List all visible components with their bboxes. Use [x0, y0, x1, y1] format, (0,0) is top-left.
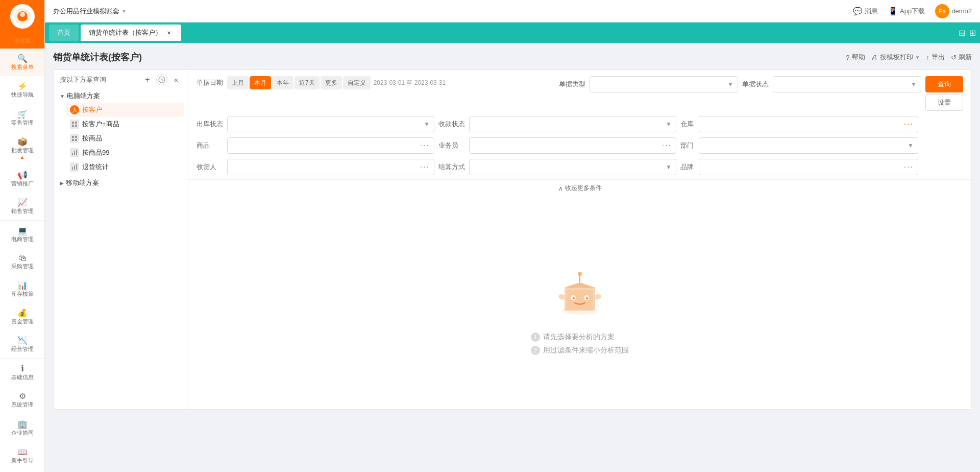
current-year-btn[interactable]: 本年 — [272, 76, 293, 89]
refresh-btn[interactable]: ↺ 刷新 — [951, 53, 972, 62]
last-7-days-btn[interactable]: 近7天 — [295, 76, 320, 89]
sidebar-item-retail[interactable]: 🛒 零售管理 — [0, 104, 44, 132]
svg-point-27 — [578, 272, 582, 276]
sidebar-item-procurement[interactable]: 🛍 采购管理 — [0, 248, 44, 275]
sidebar-item-sales[interactable]: 📈 销售管理 — [0, 193, 44, 220]
sidebar-item-ecommerce[interactable]: 💻 电商管理 — [0, 220, 44, 248]
right-panel: 单据日期 上月 本月 本年 近7天 更多 自定义 2023-03-01 至 20… — [188, 70, 971, 409]
print-dropdown-icon: ▼ — [915, 55, 920, 60]
sidebar-label-onboarding: 新手引导 — [11, 457, 34, 464]
sidebar-label-retail: 零售管理 — [11, 119, 34, 127]
sidebar-item-basic-info[interactable]: ℹ 基础信息 — [0, 358, 44, 386]
department-input[interactable]: ▼ — [699, 137, 918, 154]
sidebar-item-enterprise[interactable]: 🏢 企业协同 — [0, 414, 44, 442]
account-title: 办公用品行业模拟账套 — [53, 7, 119, 16]
edit-scheme-btn[interactable]: ✎ — [156, 74, 167, 85]
tree-child-by-goods[interactable]: 按商品 — [66, 131, 184, 146]
date-label: 单据日期 — [197, 78, 225, 87]
app-logo[interactable]: 畅捷通好生意 标准版 — [0, 0, 44, 49]
by-goods99-icon — [70, 148, 79, 157]
print-btn[interactable]: 🖨 按模板打印 ▼ — [871, 53, 920, 62]
sidebar-item-wholesale[interactable]: 📦 批发管理 ▲ — [0, 132, 44, 165]
collapse-bar[interactable]: ∧ 收起更多条件 — [197, 180, 963, 197]
query-button[interactable]: 查询 — [925, 76, 963, 92]
sidebar-item-inventory[interactable]: 📊 库存核算 — [0, 275, 44, 303]
collapse-scheme-btn[interactable]: « — [170, 74, 182, 85]
scheme-actions: + ✎ « — [142, 74, 182, 85]
page-content: 销货单统计表(按客户) ? 帮助 🖨 按模板打印 ▼ ↑ 导出 — [45, 43, 980, 472]
sidebar-label-finance: 资金管理 — [11, 318, 34, 325]
svg-rect-21 — [567, 290, 593, 308]
by-goods-label: 按商品 — [82, 134, 102, 143]
add-scheme-btn[interactable]: + — [142, 74, 153, 85]
tree-child-by-goods99[interactable]: 按商品99 — [66, 146, 184, 160]
more-date-btn[interactable]: 更多 — [321, 76, 342, 89]
messages-btn[interactable]: 💬 消息 — [853, 7, 878, 16]
doc-status-input[interactable]: ▼ — [773, 76, 921, 92]
app-download-btn[interactable]: 📱 App下载 — [888, 7, 925, 16]
tab-home[interactable]: 首页 — [49, 25, 79, 41]
current-month-btn[interactable]: 本月 — [250, 76, 271, 89]
goods-label: 商品 — [197, 141, 225, 150]
window-controls: ⊟ ⊞ — [959, 28, 976, 38]
step-1-text: 请先选择要分析的方案 — [543, 333, 615, 342]
tab-close-icon[interactable]: ✕ — [165, 29, 173, 37]
sidebar-item-marketing[interactable]: 📢 营销推广 — [0, 165, 44, 193]
sidebar-item-system[interactable]: ⚙ 系统管理 — [0, 386, 44, 414]
tree-arrow-desktop: ▼ — [60, 93, 65, 99]
settlement-input[interactable]: ▼ — [469, 159, 676, 175]
brand-input[interactable]: ··· — [699, 159, 918, 175]
tree-child-by-customer[interactable]: 人 按客户 — [66, 103, 184, 117]
onboarding-icon: 📖 — [17, 447, 28, 457]
out-status-label: 出库状态 — [197, 120, 225, 129]
goods-input[interactable]: ··· — [227, 137, 434, 154]
receiver-input[interactable]: ··· — [227, 159, 434, 175]
scheme-tree: ▼ 电脑端方案 人 按客户 — [54, 89, 188, 190]
print-icon: 🖨 — [871, 54, 878, 61]
receive-status-input[interactable]: ▼ — [469, 116, 676, 132]
sidebar-item-quick-nav[interactable]: ⚡ 快捷导航 — [0, 76, 44, 104]
sales-person-input[interactable]: ··· — [469, 137, 676, 154]
filter-row-1: 单据日期 上月 本月 本年 近7天 更多 自定义 2023-03-01 至 20… — [197, 76, 963, 111]
out-status-input[interactable]: ▼ — [227, 116, 434, 132]
custom-date-btn[interactable]: 自定义 — [343, 76, 371, 89]
procurement-icon: 🛍 — [18, 253, 27, 263]
account-selector[interactable]: 办公用品行业模拟账套 ▼ — [53, 7, 127, 16]
username: demo2 — [951, 7, 972, 15]
app-download-icon: 📱 — [888, 7, 898, 16]
doc-type-input[interactable]: ▼ — [590, 76, 738, 92]
svg-rect-12 — [75, 139, 77, 141]
minimize-btn[interactable]: ⊟ — [959, 28, 965, 38]
sidebar-label-enterprise: 企业协同 — [11, 429, 34, 437]
tree-child-return-stat[interactable]: 退货统计 — [66, 160, 184, 174]
maximize-btn[interactable]: ⊞ — [969, 28, 976, 38]
last-month-btn[interactable]: 上月 — [227, 76, 249, 89]
tree-parent-desktop[interactable]: ▼ 电脑端方案 — [58, 89, 184, 103]
sales-person-group: 业务员 ··· — [438, 137, 676, 154]
sidebar-item-app-center[interactable]: 📱 应用中心 — [0, 469, 44, 472]
page-actions: ? 帮助 🖨 按模板打印 ▼ ↑ 导出 ↺ 刷新 — [846, 53, 972, 62]
sidebar-item-operations[interactable]: 📉 经营管理 — [0, 331, 44, 358]
settings-button[interactable]: 设置 — [925, 95, 963, 111]
sidebar-item-search[interactable]: 🔍 搜索菜单 — [0, 49, 44, 76]
doc-status-dropdown-icon: ▼ — [911, 81, 917, 88]
sales-person-label: 业务员 — [438, 141, 467, 150]
scheme-header: 按以下方案查询 + ✎ « — [54, 70, 188, 89]
ecommerce-icon: 💻 — [17, 226, 28, 235]
retail-icon: 🛒 — [17, 109, 28, 119]
brand-label: 品牌 — [680, 162, 697, 172]
help-btn[interactable]: ? 帮助 — [846, 53, 865, 62]
sidebar-item-onboarding[interactable]: 📖 新手引导 — [0, 442, 44, 469]
scheme-title: 按以下方案查询 — [60, 75, 106, 84]
user-profile[interactable]: Ea demo2 — [935, 4, 972, 18]
svg-rect-5 — [72, 122, 74, 124]
tree-child-by-customer-goods[interactable]: 按客户+商品 — [66, 117, 184, 131]
sidebar-item-finance[interactable]: 💰 资金管理 — [0, 303, 44, 331]
export-btn[interactable]: ↑ 导出 — [926, 53, 945, 62]
tab-sales-stat[interactable]: 销货单统计表（按客户） ✕ — [81, 25, 181, 41]
page-title-bar: 销货单统计表(按客户) ? 帮助 🖨 按模板打印 ▼ ↑ 导出 — [53, 51, 972, 63]
sidebar-label-inventory: 库存核算 — [11, 290, 34, 298]
tree-parent-mobile[interactable]: ▶ 移动端方案 — [58, 176, 184, 190]
doc-status-label: 单据状态 — [742, 80, 771, 89]
warehouse-input[interactable]: ··· — [699, 116, 918, 132]
